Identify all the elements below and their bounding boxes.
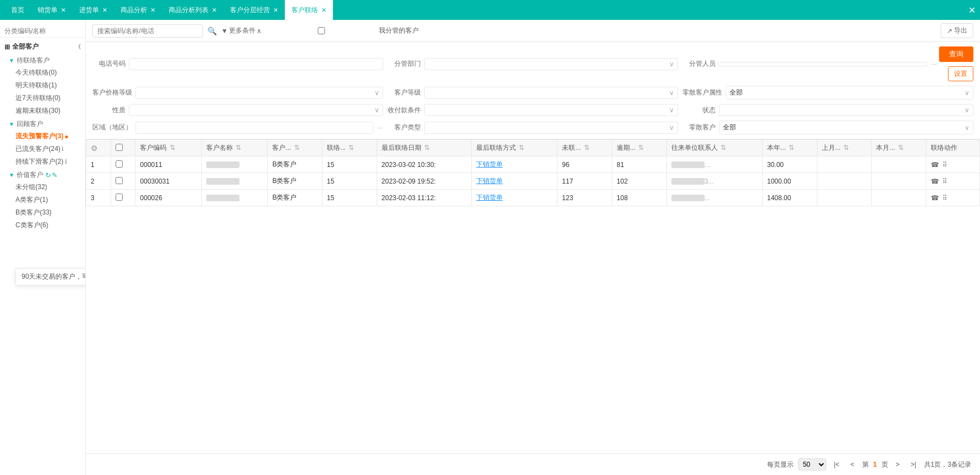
this-month-col-header[interactable]: 本月... ⇅ xyxy=(872,140,926,156)
row-checkbox-2[interactable] xyxy=(111,190,135,206)
sidebar-item-churned[interactable]: 已流失客户(24) ℹ xyxy=(0,143,85,155)
more-action-icon-1[interactable]: ⠿ xyxy=(942,178,947,185)
phone-action-icon-1[interactable]: ☎ xyxy=(931,178,939,185)
toolbar: 🔍 ▼ 更多条件 ∧ 我分管的客户 ↗ 导出 xyxy=(86,20,980,42)
dept-select[interactable]: ∨ xyxy=(424,58,679,70)
row-last-method-0[interactable]: 下销货单 xyxy=(472,156,557,173)
total-records: 共1页，3条记录 xyxy=(924,460,971,469)
manager-more-icon[interactable]: ··· xyxy=(931,60,937,68)
close-customer-tier-tab[interactable]: ✕ xyxy=(273,7,278,14)
area-input[interactable] xyxy=(135,122,373,134)
search-input[interactable] xyxy=(92,24,203,38)
tab-customer-tier[interactable]: 客户分层经营 ✕ xyxy=(223,0,285,20)
more-conditions-button[interactable]: ▼ 更多条件 ∧ xyxy=(221,26,262,35)
search-button[interactable]: 🔍 xyxy=(207,27,217,35)
name-col-header[interactable]: 客户名称 ⇅ xyxy=(201,140,268,156)
filter-icon: ▼ xyxy=(221,27,228,35)
refresh-icon[interactable]: ↻ xyxy=(45,171,51,179)
query-button[interactable]: 查询 xyxy=(939,46,973,62)
prev-page-btn[interactable]: < xyxy=(847,460,858,469)
tab-product-analysis-list[interactable]: 商品分析列表 ✕ xyxy=(162,0,223,20)
all-customers-title[interactable]: ⊞ 全部客户 《 xyxy=(0,40,85,54)
sidebar-item-churn-warning[interactable]: 流失预警客户(3) ● xyxy=(0,130,85,143)
settings-button[interactable]: 设置 xyxy=(948,66,973,81)
sidebar-item-a-class[interactable]: A类客户(1) xyxy=(0,194,85,206)
phone-input[interactable] xyxy=(129,58,383,70)
last-contact-date-col-header[interactable]: 最后联络日期 ⇅ xyxy=(377,140,471,156)
row-overdue-2: 108 xyxy=(612,190,667,206)
filter-customer-type-row: 客户类型 ∨ xyxy=(388,121,679,134)
sidebar-search-input[interactable] xyxy=(4,27,86,35)
more-action-icon-0[interactable]: ⠿ xyxy=(942,161,947,169)
row-contact-count-0: 15 xyxy=(322,156,377,173)
grade-select[interactable]: ∨ xyxy=(424,87,679,99)
sidebar-item-tomorrow-contact[interactable]: 明天待联络(1) xyxy=(0,79,85,92)
next-page-btn[interactable]: > xyxy=(893,460,903,469)
sidebar-item-b-class[interactable]: B类客户(33) xyxy=(0,206,85,219)
close-sales-order-tab[interactable]: ✕ xyxy=(61,7,66,14)
customer-type-select[interactable]: ∨ xyxy=(424,122,679,134)
last-contact-method-col-header[interactable]: 最后联络方式 ⇅ xyxy=(472,140,557,156)
close-product-analysis-tab[interactable]: ✕ xyxy=(150,7,155,14)
per-page-select[interactable]: 50 100 200 xyxy=(798,458,826,471)
window-close-button[interactable]: ✕ xyxy=(968,5,976,15)
row-checkbox-1[interactable] xyxy=(111,173,135,190)
phone-action-icon-2[interactable]: ☎ xyxy=(931,194,939,202)
my-customers-checkbox[interactable]: 我分管的客户 xyxy=(266,26,419,35)
export-button[interactable]: ↗ 导出 xyxy=(941,23,973,38)
collapse-sidebar-btn[interactable]: 《 xyxy=(75,43,81,51)
manager-select[interactable] xyxy=(718,62,928,66)
section-value-customers[interactable]: ▼ 价值客户 ↻ ✎ xyxy=(0,168,85,181)
sidebar-item-7day-contact[interactable]: 近7天待联络(0) xyxy=(0,92,85,105)
section-review-customers[interactable]: ▼ 回顾客户 xyxy=(0,117,85,130)
section-pending-contact[interactable]: ▼ 待联络客户 xyxy=(0,54,85,66)
retail-attr-arrow: ∨ xyxy=(965,89,969,97)
first-page-btn[interactable]: |< xyxy=(831,460,843,469)
contact-count-col-header[interactable]: 联络... ⇅ xyxy=(322,140,377,156)
last-page-btn[interactable]: >| xyxy=(908,460,920,469)
sidebar-item-declining[interactable]: 持续下滑客户(2) ℹ xyxy=(0,155,85,168)
row-checkbox-0[interactable] xyxy=(111,156,135,173)
retail-attr-select[interactable]: 全部 ∨ xyxy=(726,86,973,100)
row-last-date-1: 2023-02-09 19:52: xyxy=(377,173,471,190)
phone-action-icon-0[interactable]: ☎ xyxy=(931,161,939,169)
row-name-1 xyxy=(201,173,268,190)
more-action-icon-2[interactable]: ⠿ xyxy=(942,194,947,202)
row-last-method-1[interactable]: 下销货单 xyxy=(472,173,557,190)
annual-amount-col-header[interactable]: 本年... ⇅ xyxy=(762,140,817,156)
warning-dot: ● xyxy=(65,133,69,140)
close-product-analysis-list-tab[interactable]: ✕ xyxy=(212,7,217,14)
type-col-header[interactable]: 客户... ⇅ xyxy=(268,140,322,156)
tab-home[interactable]: 首页 xyxy=(4,0,31,20)
my-customers-check[interactable] xyxy=(266,27,377,34)
sidebar-item-overdue-contact[interactable]: 逾期未联络(30) xyxy=(0,105,85,117)
tab-customer-contact[interactable]: 客户联络 ✕ xyxy=(285,0,333,20)
retail-customer-select[interactable]: 全部 ∨ xyxy=(719,121,973,134)
payment-select[interactable]: ∨ xyxy=(424,104,679,116)
sidebar-item-ungrouped[interactable]: 未分组(32) xyxy=(0,181,85,194)
overdue-days-col-header[interactable]: 逾期... ⇅ xyxy=(612,140,667,156)
sidebar-item-today-contact[interactable]: 今天待联络(0) xyxy=(0,66,85,79)
filter-grade-row: 客户等级 ∨ xyxy=(388,86,679,100)
unlisted-days-col-header[interactable]: 未联... ⇅ xyxy=(557,140,612,156)
gender-select[interactable]: ∨ xyxy=(129,104,383,116)
close-purchase-order-tab[interactable]: ✕ xyxy=(102,7,107,14)
tab-product-analysis[interactable]: 商品分析 ✕ xyxy=(114,0,162,20)
area-more-icon[interactable]: ··· xyxy=(378,124,383,132)
tab-sales-order[interactable]: 销货单 ✕ xyxy=(31,0,72,20)
contact-person-col-header[interactable]: 往来单位联系人 ⇅ xyxy=(666,140,762,156)
sidebar-item-c-class[interactable]: C类客户(6) xyxy=(0,219,85,232)
edit-icon[interactable]: ✎ xyxy=(52,171,58,179)
row-type-1: B类客户 xyxy=(268,173,322,190)
status-select[interactable]: ∨ xyxy=(719,104,973,116)
row-last-method-2[interactable]: 下销货单 xyxy=(472,190,557,206)
unlisted-sort-icon: ⇅ xyxy=(584,144,590,152)
code-col-header[interactable]: 客户编码 ⇅ xyxy=(135,140,202,156)
price-grade-select[interactable]: ∨ xyxy=(135,87,383,99)
close-customer-contact-tab[interactable]: ✕ xyxy=(321,7,326,14)
tab-purchase-order[interactable]: 进货单 ✕ xyxy=(72,0,114,20)
settings-col-header[interactable]: ⚙ xyxy=(86,140,111,156)
select-all-checkbox[interactable] xyxy=(116,144,123,151)
last-month-col-header[interactable]: 上月... ⇅ xyxy=(817,140,872,156)
checkbox-col-header[interactable] xyxy=(111,140,135,156)
